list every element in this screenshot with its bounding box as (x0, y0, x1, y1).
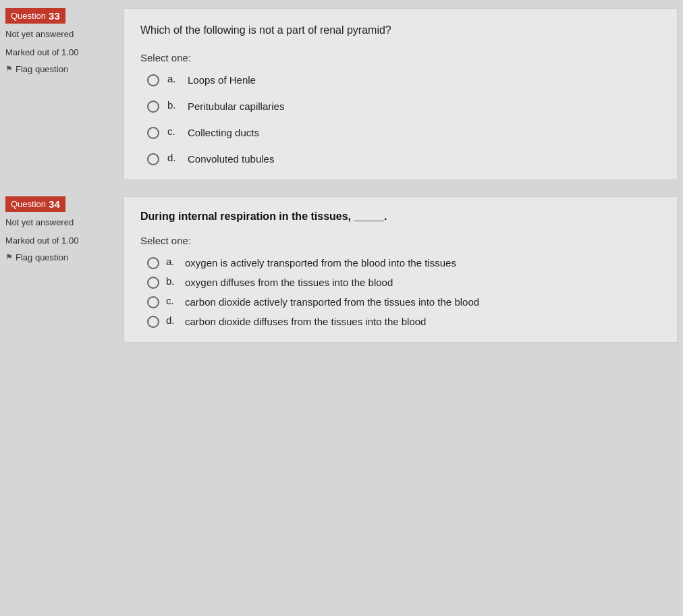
option-34-d[interactable]: d. carbon dioxide diffuses from the tiss… (147, 314, 661, 329)
marked-out-34: Marked out of 1.00 (5, 234, 118, 248)
badge-word-34: Question (11, 199, 46, 209)
flag-question-34[interactable]: ⚑ Flag question (5, 252, 118, 262)
options-list-33: a. Loops of Henle b. Peritubular capilla… (140, 73, 661, 166)
letter-33-c: c. (167, 125, 180, 137)
letter-33-a: a. (167, 73, 180, 84)
option-33-c[interactable]: c. Collecting ducts (147, 125, 661, 140)
label-33-b: Peritubular capillaries (188, 99, 284, 113)
option-34-b[interactable]: b. oxygen diffuses from the tissues into… (147, 275, 661, 289)
flag-label-34: Flag question (16, 252, 68, 262)
not-answered-34: Not yet answered (5, 216, 118, 230)
flag-icon-33: ⚑ (5, 64, 13, 74)
question-33-text: Which of the following is not a part of … (140, 22, 661, 38)
question-33-content: Which of the following is not a part of … (124, 8, 678, 180)
select-one-33: Select one: (140, 52, 661, 63)
badge-word-33: Question (11, 11, 46, 21)
option-34-c[interactable]: c. carbon dioxide actively transported f… (147, 295, 661, 309)
flag-label-33: Flag question (16, 64, 68, 74)
label-33-c: Collecting ducts (188, 125, 259, 140)
badge-number-33: 33 (49, 10, 60, 22)
label-33-d: Convoluted tubules (188, 152, 274, 166)
option-33-d[interactable]: d. Convoluted tubules (147, 152, 661, 166)
letter-34-b: b. (166, 275, 178, 287)
label-34-c: carbon dioxide actively transported from… (185, 295, 479, 309)
letter-33-b: b. (167, 99, 180, 111)
label-34-d: carbon dioxide diffuses from the tissues… (185, 314, 426, 329)
radio-33-a[interactable] (147, 74, 159, 86)
label-34-a: oxygen is actively transported from the … (185, 256, 456, 270)
flag-icon-34: ⚑ (5, 252, 13, 262)
question-33-sidebar: Question 33 Not yet answered Marked out … (5, 8, 124, 180)
radio-33-c[interactable] (147, 127, 159, 139)
options-list-34: a. oxygen is actively transported from t… (140, 256, 661, 329)
not-answered-33: Not yet answered (5, 28, 118, 42)
question-34-badge: Question 34 (5, 196, 65, 212)
marked-out-33: Marked out of 1.00 (5, 46, 118, 60)
label-34-b: oxygen diffuses from the tissues into th… (185, 275, 393, 289)
question-34-sidebar: Question 34 Not yet answered Marked out … (5, 196, 124, 343)
letter-33-d: d. (167, 152, 180, 163)
radio-34-a[interactable] (147, 257, 159, 269)
letter-34-a: a. (166, 256, 178, 267)
option-34-a[interactable]: a. oxygen is actively transported from t… (147, 256, 661, 270)
radio-34-c[interactable] (147, 296, 159, 308)
radio-34-d[interactable] (147, 316, 159, 328)
option-33-b[interactable]: b. Peritubular capillaries (147, 99, 661, 113)
question-34-content: During internal respiration in the tissu… (124, 196, 678, 343)
question-33-badge: Question 33 (5, 8, 65, 24)
letter-34-d: d. (166, 314, 178, 326)
question-34-text: During internal respiration in the tissu… (140, 211, 661, 223)
question-34-block: Question 34 Not yet answered Marked out … (5, 196, 678, 343)
badge-number-34: 34 (49, 198, 60, 210)
radio-34-b[interactable] (147, 277, 159, 289)
option-33-a[interactable]: a. Loops of Henle (147, 73, 661, 87)
question-33-block: Question 33 Not yet answered Marked out … (5, 8, 678, 180)
radio-33-b[interactable] (147, 101, 159, 113)
flag-question-33[interactable]: ⚑ Flag question (5, 64, 118, 74)
select-one-34: Select one: (140, 235, 661, 246)
radio-33-d[interactable] (147, 153, 159, 165)
letter-34-c: c. (166, 295, 178, 306)
label-33-a: Loops of Henle (188, 73, 256, 87)
